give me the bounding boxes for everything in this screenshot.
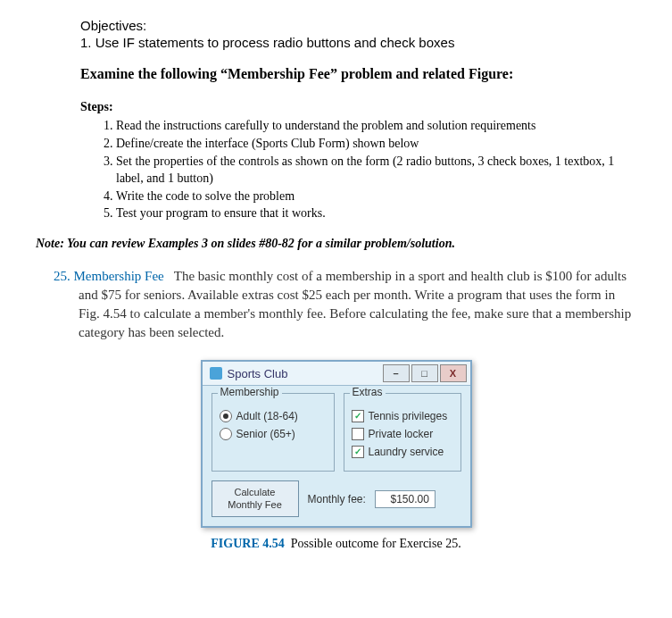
calc-button-line2: Monthly Fee [228,499,282,510]
checkbox-icon: ✓ [352,446,364,458]
sports-club-window: Sports Club – □ X Membership Adult (18-6… [201,360,472,527]
objectives-title: Objectives: [80,18,636,33]
checkbox-tennis[interactable]: ✓ Tennis privileges [352,410,453,422]
examine-heading: Examine the following “Membership Fee” p… [80,66,636,82]
step-1: Read the instructions carefully to under… [116,118,636,135]
monthly-fee-label: Monthly fee: [308,493,366,505]
membership-label: Membership [218,386,282,398]
radio-adult[interactable]: Adult (18-64) [220,410,327,422]
minimize-button[interactable]: – [383,364,410,382]
checkbox-icon: ✓ [352,410,364,422]
monthly-fee-textbox[interactable]: $150.00 [375,490,436,508]
step-5: Test your program to ensure that it work… [116,205,636,222]
steps-list: Read the instructions carefully to under… [80,118,636,222]
figure-label: FIGURE 4.54 [211,537,284,550]
checkbox-locker-label: Private locker [369,428,434,440]
objectives-item-1: 1. Use IF statements to process radio bu… [80,35,636,50]
figure-caption-text: Possible outcome for Exercise 25. [291,537,461,550]
radio-icon [220,428,232,440]
radio-senior[interactable]: Senior (65+) [220,428,327,440]
checkbox-laundry-label: Laundry service [369,446,444,458]
checkbox-locker[interactable]: Private locker [352,428,453,440]
extras-label: Extras [350,386,386,398]
window-title: Sports Club [228,367,381,380]
radio-senior-label: Senior (65+) [236,428,295,440]
problem-number: 25. [54,269,71,283]
calc-button-line1: Calculate [235,487,276,497]
step-3: Set the properties of the controls as sh… [116,154,636,188]
problem-title: Membership Fee [74,269,164,283]
close-button[interactable]: X [440,364,467,382]
step-2: Define/create the interface (Sports Club… [116,136,636,153]
radio-adult-label: Adult (18-64) [236,410,298,422]
app-icon [210,367,222,380]
checkbox-tennis-label: Tennis privileges [369,410,448,422]
step-4: Write the code to solve the problem [116,188,636,205]
extras-groupbox: Extras ✓ Tennis privileges Private locke… [344,393,461,472]
radio-icon [220,410,232,422]
calculate-button[interactable]: Calculate Monthly Fee [212,480,299,516]
note-line: Note: You can review Examples 3 on slide… [36,237,636,251]
figure-caption: FIGURE 4.54 Possible outcome for Exercis… [36,537,636,551]
problem-25: 25. Membership Fee The basic monthly cos… [54,267,636,342]
steps-title: Steps: [80,100,636,114]
checkbox-laundry[interactable]: ✓ Laundry service [352,446,453,458]
checkbox-icon [352,428,364,440]
maximize-button[interactable]: □ [411,364,438,382]
membership-groupbox: Membership Adult (18-64) Senior (65+) [212,393,335,472]
titlebar: Sports Club – □ X [203,362,470,386]
